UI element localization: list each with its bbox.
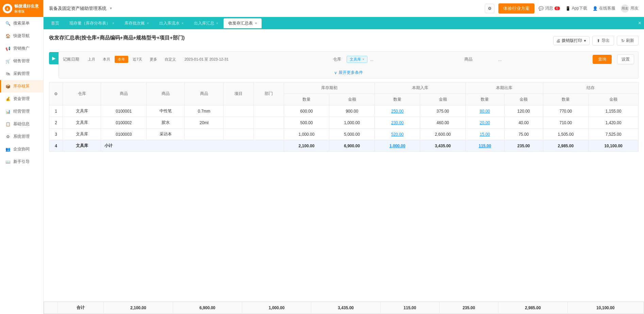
- sidebar-item-quicknav[interactable]: 🏠 快捷导航: [0, 30, 43, 42]
- header-settings-btn[interactable]: ⚙: [485, 4, 494, 13]
- row-open-qty: 500.00: [284, 117, 329, 129]
- date-btn-this-year[interactable]: 本年: [115, 56, 128, 63]
- sidebar-item-inventory[interactable]: 📦 库存核算: [0, 80, 43, 93]
- tab-bar: 首页 现存量（库存分布表） × 库存批次账 × 出入库流水 × 出入库汇总 × …: [44, 17, 644, 29]
- tab-close-batch[interactable]: ×: [147, 21, 149, 25]
- guide-icon: 📖: [5, 159, 11, 165]
- row-in-qty-link[interactable]: 250.00: [375, 105, 420, 117]
- page-title: 收发存汇总表(按仓库+商品编码+商品+规格型号+项目+部门): [49, 35, 185, 41]
- row-project: [224, 129, 254, 140]
- subtotal-bal-qty: 2,985.00: [543, 140, 589, 152]
- row-code: 0100003: [101, 129, 147, 140]
- user-avatar[interactable]: 用友 用友: [621, 4, 639, 13]
- sidebar-item-operations[interactable]: 📊 经营管理: [0, 105, 43, 118]
- date-btn-last-month[interactable]: 上月: [85, 56, 98, 63]
- tab-home[interactable]: 首页: [46, 18, 64, 28]
- tab-inout-flow[interactable]: 出入库流水 ×: [154, 18, 188, 28]
- sidebar-item-finance[interactable]: 💰 资金管理: [0, 93, 43, 105]
- table-row: 2 文具库 0100002 胶水 20ml 500.00 1,000.00 23…: [49, 117, 639, 129]
- sidebar-item-marketing[interactable]: 📢 营销推广: [0, 42, 43, 55]
- home-icon: 🏠: [5, 33, 11, 39]
- sidebar-item-purchase[interactable]: 🛍 采购管理: [0, 67, 43, 80]
- tab-batch[interactable]: 库存批次账 ×: [120, 18, 154, 28]
- notice-btn[interactable]: 💬 消息 6: [539, 5, 560, 11]
- footer-row: 合计 2,100.00 6,900.00 1,000.00 3,435.00 1…: [44, 302, 644, 314]
- try-industry-btn[interactable]: 体验行业方案: [498, 3, 534, 14]
- date-filter-btns: 上月 本月 本年 近7天 更多 自定义: [85, 56, 179, 63]
- row-spec: [185, 129, 224, 140]
- sidebar-item-newbie[interactable]: 📖 新手引导: [0, 155, 43, 168]
- row-in-qty-link[interactable]: 230.00: [375, 117, 420, 129]
- warehouse-tag-close[interactable]: ×: [362, 57, 364, 61]
- row-in-amt: 460.00: [420, 117, 466, 129]
- filter-toggle-btn[interactable]: ▶: [49, 52, 59, 64]
- cart-icon: 🛒: [5, 59, 11, 64]
- subtotal-open-amt: 6,900.00: [329, 140, 375, 152]
- row-index: 1: [49, 105, 63, 117]
- row-name: 中性笔: [146, 105, 184, 117]
- tab-close-inout-flow[interactable]: ×: [182, 21, 184, 25]
- app-download-btn[interactable]: 📱 App下载: [565, 5, 587, 11]
- col-dept-header: 部门: [253, 82, 284, 105]
- table-container: ⚙ 仓库 商品 商品 商品 项目 部门 库存期初 本期入库 本期出库 结存: [49, 82, 639, 152]
- people-icon: 👥: [5, 147, 11, 152]
- date-filter-label: 记账日期: [63, 56, 79, 62]
- sidebar-item-system[interactable]: ⚙ 系统管理: [0, 130, 43, 143]
- sidebar-item-sales[interactable]: 🛒 销售管理: [0, 55, 43, 67]
- table-settings-btn[interactable]: 设置: [617, 54, 634, 64]
- logo-icon: 6: [3, 4, 12, 13]
- tab-stock[interactable]: 现存量（库存分布表） ×: [65, 18, 119, 28]
- table-row: 3 文具库 0100003 采访本 1,000.00 5,000.00 520.…: [49, 129, 639, 140]
- goods-more-btn[interactable]: ...: [498, 57, 502, 62]
- row-out-qty-link[interactable]: 20.00: [465, 117, 504, 129]
- online-service-btn[interactable]: 👤 在线客服: [593, 5, 615, 11]
- export-btn[interactable]: ⬆ 导出: [592, 36, 614, 46]
- col-settings: ⚙: [49, 82, 63, 105]
- filter-row-1: 记账日期 上月 本月 本年 近7天 更多 自定义 2023-01-01 至 20…: [63, 54, 634, 64]
- tab-close-recv-send[interactable]: ×: [255, 21, 257, 25]
- date-btn-this-month[interactable]: 本月: [100, 56, 113, 63]
- tab-inout-summary[interactable]: 出入库汇总 ×: [189, 18, 223, 28]
- table-settings-icon[interactable]: ⚙: [54, 92, 58, 96]
- list-icon: 📋: [5, 121, 11, 127]
- sidebar-item-basic[interactable]: 📋 基础信息: [0, 118, 43, 130]
- row-out-qty-link[interactable]: 80.00: [465, 105, 504, 117]
- row-index: 2: [49, 117, 63, 129]
- print-btn[interactable]: 🖨 拨销版打印 ▼: [553, 36, 590, 45]
- tab-recv-send[interactable]: 收发存汇总表 ×: [224, 18, 262, 28]
- row-open-qty: 1,000.00: [284, 129, 329, 140]
- tab-close-inout-summary[interactable]: ×: [216, 21, 218, 25]
- col-spec-header: 商品: [185, 82, 224, 105]
- date-btn-custom[interactable]: 自定义: [162, 56, 179, 63]
- tab-close-stock[interactable]: ×: [112, 21, 114, 25]
- subtotal-bal-amt: 10,100.00: [589, 140, 639, 152]
- service-icon: 👤: [593, 6, 598, 11]
- row-open-amt: 5,000.00: [329, 129, 375, 140]
- table-row: 1 文具库 0100001 中性笔 0.7mm 600.00 900.00 25…: [49, 105, 639, 117]
- expand-conditions-btn[interactable]: ∨ 展开更多条件: [334, 70, 363, 76]
- row-warehouse: 文具库: [63, 105, 101, 117]
- sidebar-item-enterprise[interactable]: 👥 企业协同: [0, 143, 43, 155]
- row-out-qty-link[interactable]: 15.00: [465, 129, 504, 140]
- subtotal-in-qty[interactable]: 1,000.00: [375, 140, 420, 152]
- subtotal-out-qty[interactable]: 115.00: [465, 140, 504, 152]
- row-open-amt: 1,000.00: [329, 117, 375, 129]
- arrow-right-icon: ▶: [52, 55, 56, 61]
- subtotal-out-amt: 235.00: [504, 140, 543, 152]
- refresh-btn[interactable]: ↻ 刷新: [617, 36, 639, 46]
- warehouse-more-btn[interactable]: ...: [370, 57, 374, 62]
- row-dept: [253, 105, 284, 117]
- tab-bar-close-btn[interactable]: ×: [638, 20, 641, 26]
- row-spec: 20ml: [185, 117, 224, 129]
- date-btn-more[interactable]: 更多: [147, 56, 160, 63]
- date-btn-7days[interactable]: 近7天: [130, 56, 145, 63]
- footer-total-label: 合计: [58, 302, 104, 314]
- sidebar-item-search[interactable]: 🔍 搜索菜单: [0, 17, 43, 30]
- row-out-amt: 40.00: [504, 117, 543, 129]
- footer-open-qty: 2,100.00: [104, 302, 173, 314]
- footer-table: 合计 2,100.00 6,900.00 1,000.00 3,435.00 1…: [44, 302, 644, 314]
- row-in-amt: 375.00: [420, 105, 466, 117]
- row-project: [224, 105, 254, 117]
- query-btn[interactable]: 查询: [593, 55, 612, 64]
- row-in-qty-link[interactable]: 520.00: [375, 129, 420, 140]
